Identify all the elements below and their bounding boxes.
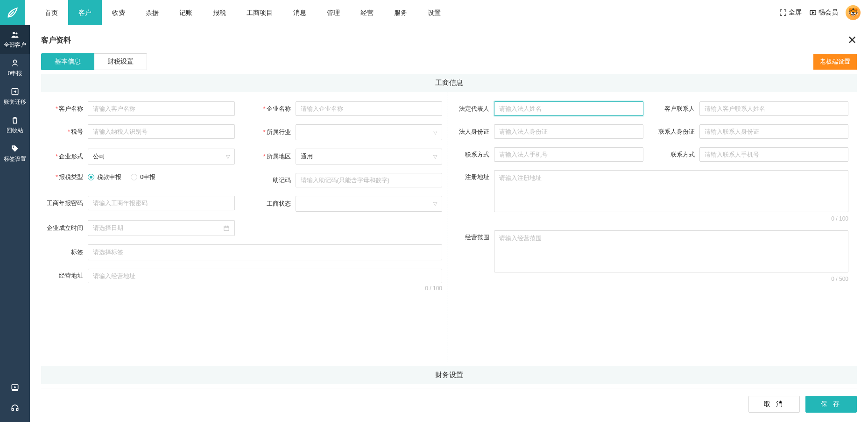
sidebar-item-tag-settings[interactable]: 标签设置: [0, 139, 30, 168]
business-address-counter: 0 / 100: [88, 285, 442, 292]
tab-basic-info[interactable]: 基本信息: [41, 53, 94, 70]
radio-zero-declare[interactable]: 0申报: [131, 173, 155, 181]
ic-status-select[interactable]: ▽: [296, 196, 443, 212]
annual-password-input[interactable]: [88, 196, 235, 210]
industry-select[interactable]: ▽: [296, 124, 443, 140]
legal-rep-input[interactable]: [494, 101, 643, 116]
chevron-down-icon: ▽: [433, 201, 437, 207]
close-button[interactable]: ✕: [847, 35, 857, 46]
svg-point-1: [13, 32, 15, 34]
label-legal-id: 法人身份证: [459, 128, 489, 135]
label-establish-date: 企业成立时间: [47, 224, 83, 231]
label-legal-rep: 法定代表人: [459, 105, 489, 112]
contact-phone-input[interactable]: [699, 147, 849, 162]
nav-customer[interactable]: 客户: [68, 0, 102, 25]
establish-date-input[interactable]: 请选择日期: [88, 220, 235, 236]
nav-ic-project[interactable]: 工商项目: [236, 0, 283, 25]
section-business-info: 工商信息: [41, 74, 857, 92]
top-navigation: 首页 客户 收费 票据 记账 报税 工商项目 消息 管理 经营 服务 设置 全屏…: [0, 0, 868, 25]
svg-rect-7: [224, 226, 229, 230]
label-legal-phone: 联系方式: [465, 151, 489, 158]
registered-address-textarea[interactable]: [494, 170, 848, 212]
form-right-column: 法定代表人 客户联系人 法人身份证 联系人身份证 联系方式 联系方式 注册地址0…: [447, 92, 853, 362]
customer-contact-input[interactable]: [699, 101, 849, 116]
tag-icon: [10, 144, 20, 153]
panel-footer: 取 消 保 存: [41, 388, 857, 413]
sidebar-item-recycle[interactable]: 回收站: [0, 111, 30, 139]
customer-name-input[interactable]: [88, 101, 235, 116]
enterprise-type-select[interactable]: 公司▽: [88, 149, 235, 165]
nav-home[interactable]: 首页: [35, 0, 68, 25]
nav-tax[interactable]: 报税: [203, 0, 236, 25]
section-finance-settings: 财务设置: [41, 366, 857, 384]
contact-id-input[interactable]: [699, 124, 849, 139]
fullscreen-label: 全屏: [789, 8, 802, 17]
label-tags: 标签: [71, 249, 83, 256]
svg-point-2: [15, 32, 17, 34]
nav-settings[interactable]: 设置: [417, 0, 451, 25]
business-scope-counter: 0 / 500: [494, 276, 848, 282]
user-avatar[interactable]: 🐯: [846, 5, 861, 20]
nav-bookkeeping[interactable]: 记账: [169, 0, 203, 25]
tab-tax-settings[interactable]: 财税设置: [94, 53, 147, 70]
nav-service[interactable]: 服务: [384, 0, 417, 25]
tags-select[interactable]: 请选择标签: [88, 244, 442, 260]
chevron-down-icon: ▽: [433, 154, 437, 160]
legal-phone-input[interactable]: [494, 147, 643, 162]
legal-id-input[interactable]: [494, 124, 643, 139]
label-customer-contact: 客户联系人: [664, 105, 695, 112]
label-contact-id: 联系人身份证: [658, 128, 695, 135]
radio-tax-declare[interactable]: 税款申报: [88, 173, 121, 181]
nav-items: 首页 客户 收费 票据 记账 报税 工商项目 消息 管理 经营 服务 设置: [35, 0, 779, 25]
label-ic-status: 工商状态: [267, 200, 291, 207]
fullscreen-button[interactable]: 全屏: [779, 8, 802, 17]
nav-message[interactable]: 消息: [283, 0, 317, 25]
calendar-icon: [223, 225, 230, 231]
app-logo[interactable]: [0, 0, 25, 25]
vip-label: 畅会员: [819, 8, 838, 17]
sidebar-label: 账套迁移: [4, 98, 26, 106]
region-select[interactable]: 通用▽: [296, 149, 443, 165]
chevron-down-icon: ▽: [433, 129, 437, 136]
play-icon: [809, 9, 817, 16]
enterprise-name-input[interactable]: [296, 101, 443, 116]
trash-icon: [10, 115, 20, 125]
label-enterprise-type: 企业形式: [59, 153, 83, 160]
label-registered-address: 注册地址: [465, 173, 489, 180]
sidebar-item-migrate[interactable]: 账套迁移: [0, 82, 30, 111]
sidebar-label: 回收站: [7, 127, 23, 135]
label-business-address: 经营地址: [59, 272, 83, 279]
download-icon: [10, 383, 20, 392]
leaf-icon: [6, 6, 19, 19]
save-button[interactable]: 保 存: [805, 396, 857, 413]
sidebar-item-all-customers[interactable]: 全部客户: [0, 25, 30, 54]
sidebar-label: 标签设置: [4, 155, 26, 163]
tax-no-input[interactable]: [88, 124, 235, 139]
registered-address-counter: 0 / 100: [494, 215, 848, 222]
vip-button[interactable]: 畅会员: [809, 8, 838, 17]
sidebar-label: 0申报: [8, 70, 22, 78]
sidebar-item-zero-declare[interactable]: 0申报: [0, 54, 30, 82]
cancel-button[interactable]: 取 消: [748, 396, 800, 413]
svg-point-5: [13, 146, 14, 148]
label-mnemonic: 助记码: [273, 177, 291, 184]
nav-fee[interactable]: 收费: [102, 0, 135, 25]
form-left-column: *客户名称 *企业名称 *税号 *所属行业▽ *企业形式公司▽ *所属地区通用▽…: [41, 92, 447, 362]
migrate-icon: [10, 87, 20, 96]
mnemonic-input[interactable]: [296, 173, 443, 187]
customer-detail-panel: 客户资料 ✕ 基本信息 财税设置 老板端设置 工商信息 *客户名称 *企业名称 …: [30, 25, 868, 422]
business-address-input[interactable]: [88, 269, 442, 283]
panel-title: 客户资料: [41, 36, 71, 45]
label-contact-phone: 联系方式: [670, 151, 695, 158]
label-region: 所属地区: [267, 153, 291, 160]
business-scope-textarea[interactable]: [494, 230, 848, 272]
sidebar-support[interactable]: [0, 398, 30, 418]
label-industry: 所属行业: [267, 129, 291, 136]
nav-invoice[interactable]: 票据: [135, 0, 169, 25]
fullscreen-icon: [779, 9, 787, 16]
sidebar-download[interactable]: [0, 377, 30, 398]
boss-settings-button[interactable]: 老板端设置: [813, 54, 857, 70]
people-icon: [10, 30, 20, 39]
nav-manage[interactable]: 管理: [317, 0, 350, 25]
nav-operate[interactable]: 经营: [350, 0, 384, 25]
